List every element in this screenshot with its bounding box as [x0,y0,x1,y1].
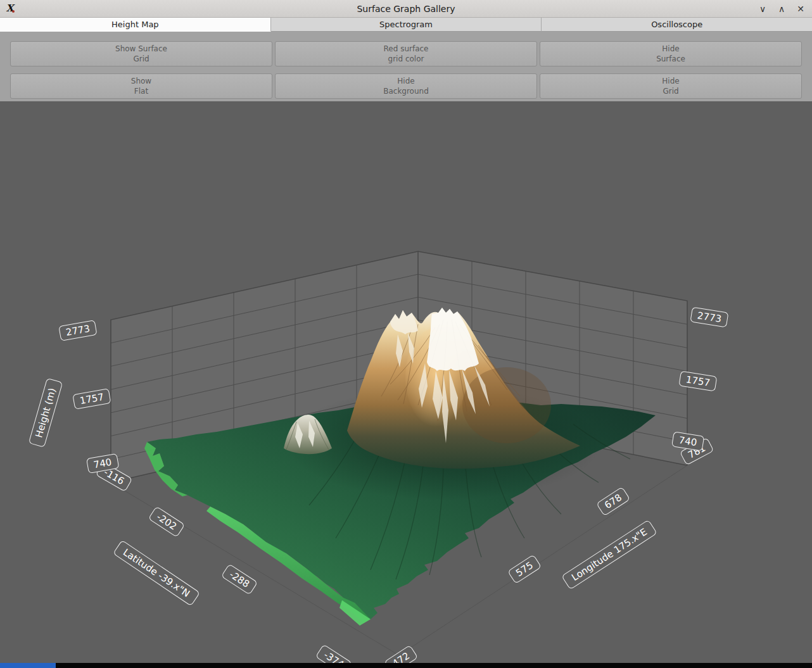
window-shade-button[interactable]: ∨ [756,3,769,15]
toolbar: Show Surface Grid Red surface grid color… [0,32,812,101]
button-label-line1: Show [131,76,151,86]
surface-3d-view[interactable]: -116 2773 1757 740 Height (m) 2773 1757 … [0,101,812,663]
window-maximize-button[interactable]: ∧ [775,3,788,15]
toggle-background-button[interactable]: Hide Background [275,73,537,99]
button-label-line1: Red surface [384,44,429,54]
window-title: Surface Graph Gallery [0,4,812,14]
button-label-line1: Hide [662,76,679,86]
button-label-line2: Flat [134,86,148,96]
button-label-line2: Grid [663,86,678,96]
button-label-line1: Show Surface [115,44,167,54]
surface-grid-color-button[interactable]: Red surface grid color [275,41,537,66]
tab-bar: Height Map Spectrogram Oscilloscope [0,18,812,32]
tab-spectrogram[interactable]: Spectrogram [271,18,542,32]
tab-oscilloscope[interactable]: Oscilloscope [542,18,812,32]
toggle-surface-grid-button[interactable]: Show Surface Grid [10,41,272,66]
button-label-line2: Surface [656,54,685,64]
button-label-line2: Background [383,86,429,96]
button-label-line2: Grid [133,54,149,64]
taskbar-strip [0,663,812,668]
app-window: X Surface Graph Gallery ∨ ∧ ✕ Height Map… [0,0,812,668]
button-label-line2: grid color [388,54,424,64]
toggle-grid-button[interactable]: Hide Grid [540,73,802,99]
taskbar-strip-accent [0,663,56,668]
window-controls: ∨ ∧ ✕ [756,0,807,18]
tab-height-map[interactable]: Height Map [0,18,271,32]
toggle-flat-shading-button[interactable]: Show Flat [10,73,272,99]
button-label-line1: Hide [397,76,414,86]
window-titlebar: X Surface Graph Gallery ∨ ∧ ✕ [0,0,812,18]
toggle-surface-button[interactable]: Hide Surface [540,41,802,66]
window-close-button[interactable]: ✕ [794,3,807,15]
button-label-line1: Hide [662,44,679,54]
